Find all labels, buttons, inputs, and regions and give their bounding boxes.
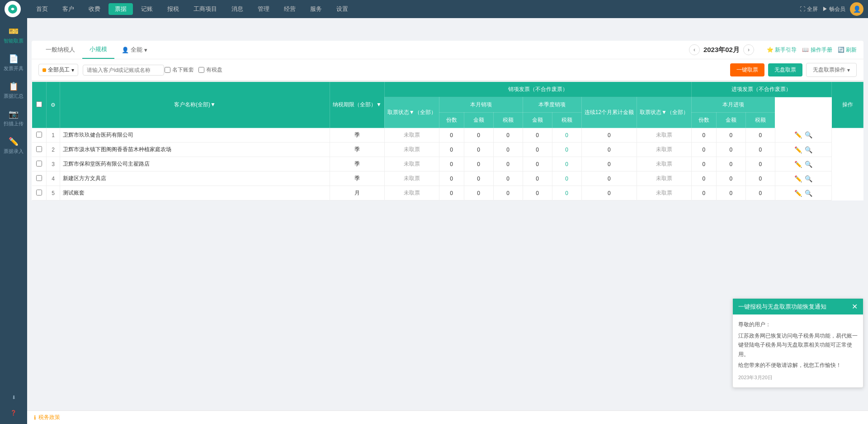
row-checkbox-2[interactable]: [36, 161, 42, 167]
table-row: 5 测试账套 月 未取票 0 0 0 0 0 0 未取票 0 0 0 ✏️ 🔍: [32, 186, 863, 200]
prev-period-btn[interactable]: ‹: [689, 44, 700, 55]
edit-icon-3[interactable]: ✏️: [794, 175, 802, 182]
edit-icon-2[interactable]: ✏️: [794, 161, 802, 168]
th-sales-status: 取票状态▼（全部）: [384, 97, 439, 128]
nav-home[interactable]: 首页: [30, 3, 54, 15]
row-sm-amount-4: 0: [464, 186, 493, 200]
sidebar-item-help[interactable]: ❓: [1, 406, 26, 419]
nav-client[interactable]: 客户: [56, 3, 80, 15]
th-sales-month: 本月销项: [439, 97, 523, 113]
sidebar-item-entry[interactable]: ✏️ 票据录入: [1, 133, 26, 158]
view-icon-4[interactable]: 🔍: [805, 190, 812, 197]
nav-service[interactable]: 服务: [304, 3, 328, 15]
search-input[interactable]: [83, 65, 164, 76]
row-purchase-status-0: 未取票: [637, 128, 692, 143]
download-icon: ⬇: [12, 395, 16, 400]
status-text[interactable]: 税务政策: [38, 414, 60, 421]
sidebar-item-download[interactable]: ⬇: [1, 391, 26, 404]
row-actions-1: ✏️ 🔍: [775, 143, 831, 157]
user-avatar[interactable]: 👤: [850, 2, 863, 16]
row-sm-amount-2: 0: [464, 157, 493, 172]
row-sm-tax-0: 0: [493, 128, 523, 143]
row-pm-count-1: 0: [691, 143, 716, 157]
page-header: 一般纳税人 小规模 👤 全能 ▾ ‹ 2023年02月 › ⭐ 新手引导 📖 操…: [32, 41, 863, 81]
logo: [5, 1, 21, 17]
manual-link[interactable]: 📖 操作手册: [802, 46, 832, 54]
view-icon-1[interactable]: 🔍: [805, 146, 812, 153]
row-checkbox-3[interactable]: [36, 175, 42, 181]
edit-icon-4[interactable]: ✏️: [794, 190, 802, 197]
row-checkbox-1[interactable]: [36, 146, 42, 152]
table-row: 2 卫辉市汲水镇下图阁阁香香苗木种植家庭农场 季 未取票 0 0 0 0 0 0…: [32, 143, 863, 157]
notice-close-btn[interactable]: ✕: [852, 302, 858, 311]
user-icon: 👤: [122, 47, 129, 53]
sidebar-item-smart-ticket[interactable]: 🎫 智能取票: [1, 23, 26, 48]
nav-tax[interactable]: 报税: [161, 3, 185, 15]
employee-select[interactable]: 全部员工 ▾: [38, 64, 78, 76]
one-key-ticket-btn[interactable]: 一键取票: [730, 63, 764, 76]
row-purchase-status-1: 未取票: [637, 143, 692, 157]
row-pm-amount-4: 0: [716, 186, 745, 200]
row-sm-count-2: 0: [439, 157, 464, 172]
row-checkbox-4[interactable]: [36, 190, 42, 195]
checkbox-own-account[interactable]: 名下账套: [165, 66, 194, 74]
row-client-3: 新建区方方文具店: [60, 172, 330, 186]
notice-sorry: 给您带来的不便敬请谅解，祝您工作愉快！: [738, 361, 858, 370]
nav-invoice[interactable]: 票据: [108, 3, 133, 15]
sidebar-item-summary[interactable]: 📋 票据汇总: [1, 78, 26, 103]
table-row: 1 卫辉市玖玖健合医药有限公司 季 未取票 0 0 0 0 0 0 未取票 0 …: [32, 128, 863, 143]
summary-icon: 📋: [9, 81, 19, 91]
nav-right: ⛶ 全屏 ▶ 畅会员 👤: [800, 2, 863, 16]
nav-business[interactable]: 工商项目: [187, 3, 223, 15]
edit-icon-0[interactable]: ✏️: [794, 131, 802, 138]
th-pm-amount: 金额: [716, 113, 745, 128]
select-all-checkbox[interactable]: [36, 101, 42, 107]
help-icon: ❓: [10, 410, 17, 416]
notice-title: 一键报税与无盘取票功能恢复通知: [738, 303, 826, 311]
view-icon-3[interactable]: 🔍: [805, 175, 812, 182]
th-sm-tax: 税额: [493, 113, 523, 128]
edit-icon-1[interactable]: ✏️: [794, 146, 802, 153]
row-checkbox-0[interactable]: [36, 132, 42, 138]
row-cumulative-1: 0: [581, 143, 637, 157]
nav-manage[interactable]: 管理: [251, 3, 276, 15]
nav-fee[interactable]: 收费: [82, 3, 107, 15]
row-pm-count-0: 0: [691, 128, 716, 143]
own-account-checkbox[interactable]: [165, 67, 170, 73]
smart-ticket-icon: 🎫: [9, 26, 19, 36]
nav-message[interactable]: 消息: [225, 3, 250, 15]
th-purchase-status: 取票状态▼（全部）: [637, 97, 692, 128]
nav-items: 首页 客户 收费 票据 记账 报税 工商项目 消息 管理 经营 服务 设置: [30, 3, 800, 15]
tab-all[interactable]: 👤 全能 ▾: [114, 41, 155, 58]
new-guide-link[interactable]: ⭐ 新手引导: [767, 46, 797, 54]
th-sm-amount: 金额: [464, 113, 493, 128]
row-pm-amount-3: 0: [716, 172, 745, 186]
view-icon-2[interactable]: 🔍: [805, 161, 812, 168]
row-actions-3: ✏️ 🔍: [775, 172, 831, 186]
sidebar-label-entry: 票据录入: [4, 148, 24, 155]
next-period-btn[interactable]: ›: [743, 44, 754, 55]
row-sm-amount-1: 0: [464, 143, 493, 157]
tab-small-scale[interactable]: 小规模: [82, 41, 114, 59]
sidebar-item-issue-invoice[interactable]: 📄 发票开具: [1, 50, 26, 76]
no-disk-ticket-btn[interactable]: 无盘取票: [768, 63, 802, 76]
row-pm-amount-1: 0: [716, 143, 745, 157]
has-disk-checkbox[interactable]: [198, 67, 204, 73]
view-icon-0[interactable]: 🔍: [805, 131, 812, 138]
row-sm-amount-0: 0: [464, 128, 493, 143]
refresh-link[interactable]: 🔄 刷新: [838, 46, 857, 54]
nav-settings[interactable]: 设置: [330, 3, 354, 15]
row-actions-2: ✏️ 🔍: [775, 157, 831, 172]
member-btn[interactable]: ▶ 畅会员: [822, 5, 845, 13]
employee-label: 全部员工: [48, 66, 70, 74]
checkbox-has-disk[interactable]: 有税盘: [198, 66, 222, 74]
tab-general[interactable]: 一般纳税人: [38, 41, 82, 58]
no-disk-ops-btn[interactable]: 无盘取票操作 ▾: [806, 63, 857, 77]
sidebar-item-scan[interactable]: 📷 扫描上传: [1, 105, 26, 131]
nav-operation[interactable]: 经营: [278, 3, 302, 15]
nav-accounting[interactable]: 记账: [135, 3, 159, 15]
fullscreen-btn[interactable]: ⛶ 全屏: [800, 5, 817, 13]
row-sales-status-3: 未取票: [384, 172, 439, 186]
search-group: 🔍: [83, 65, 160, 76]
row-tax-period-1: 季: [330, 143, 384, 157]
